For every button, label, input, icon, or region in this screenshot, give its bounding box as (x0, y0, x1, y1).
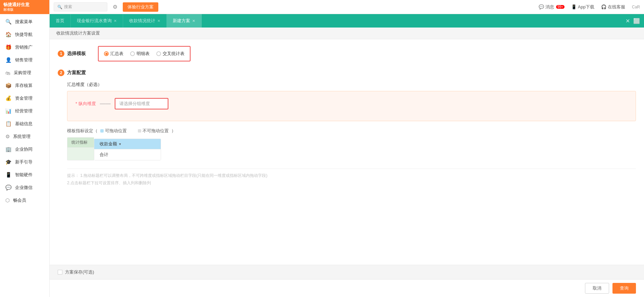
sidebar-label-marketing: 营销推广 (15, 44, 33, 50)
sidebar-label-system: 系统管理 (13, 134, 31, 140)
metrics-table-wrapper: 统计指标 收款金额 ▾ 合计 (67, 137, 636, 160)
close-window-icon[interactable]: ✕ (626, 18, 630, 24)
movable-legend: 可拖动位置 (100, 128, 127, 134)
sidebar-label-inventory: 库存核算 (15, 83, 33, 89)
download-label: App下载 (578, 4, 594, 10)
metrics-section: 模板指标设定（ 可拖动位置 不可拖动位置 ） (67, 128, 636, 160)
radio-summary[interactable]: 汇总表 (104, 51, 123, 57)
download-item[interactable]: 📱 App下载 (571, 4, 594, 10)
settings-icon[interactable]: ⚙ (113, 4, 117, 10)
sidebar-item-fund[interactable]: 💰资金管理 (0, 92, 49, 105)
radio-detail[interactable]: 明细表 (130, 51, 150, 57)
support-item[interactable]: 🎧 在线客服 (601, 4, 625, 10)
user-info[interactable]: CaR (632, 5, 640, 9)
metrics-title-sep (131, 128, 135, 134)
radio-cross-label: 交叉统计表 (163, 51, 184, 57)
query-button[interactable]: 查询 (612, 283, 636, 294)
tabbar: 首页 现金银行流水查询 ✕ 收款情况统计 ✕ 新建方案 ✕ ✕ ⬜ (50, 14, 644, 28)
tab-collection-label: 收款情况统计 (129, 18, 155, 24)
radio-cross[interactable]: 交叉统计表 (156, 51, 184, 57)
sidebar-icon-operations: 📊 (5, 108, 12, 114)
dimension-section-title: 汇总维度（必选） (67, 82, 636, 88)
sidebar-label-wechat: 企业微信 (15, 185, 33, 191)
movable-label: 可拖动位置 (105, 128, 127, 134)
sidebar-icon-fund: 💰 (5, 95, 12, 101)
tab-actions: ✕ ⬜ (622, 14, 644, 28)
tab-collection[interactable]: 收款情况统计 ✕ (123, 14, 167, 28)
support-icon: 🎧 (601, 4, 606, 9)
sidebar-item-member[interactable]: ⬡畅会员 (0, 194, 49, 207)
content-area: 收款情况统计方案设置 1 选择模板 汇总表 明细表 (50, 28, 644, 297)
tab-new-plan[interactable]: 新建方案 ✕ (167, 14, 202, 28)
search-icon: 🔍 (57, 5, 62, 9)
sidebar: 畅捷通好生意 标准版 🔍搜索菜单🏠快捷导航🎁营销推广👤销售管理🛍采购管理📦库存核… (0, 0, 50, 297)
form-body: 1 选择模板 汇总表 明细表 交叉统计表 (50, 39, 644, 265)
sidebar-label-sales: 销售管理 (15, 57, 33, 63)
tab-bank-close[interactable]: ✕ (114, 19, 117, 23)
metrics-col-sub: 合计 (94, 149, 161, 160)
sidebar-item-basic-info[interactable]: 📋基础信息 (0, 117, 49, 130)
group-column: 统计指标 (67, 137, 94, 160)
col-header-chevron[interactable]: ▾ (119, 142, 121, 146)
dimension-selector[interactable]: 请选择分组维度 (115, 98, 168, 109)
sidebar-item-purchase[interactable]: 🛍采购管理 (0, 66, 49, 79)
step1-number: 1 (58, 50, 64, 57)
tab-collection-close[interactable]: ✕ (157, 19, 160, 23)
sidebar-icon-marketing: 🎁 (5, 44, 12, 50)
sidebar-icon-enterprise: 🏢 (5, 146, 12, 152)
tab-home[interactable]: 首页 (50, 14, 71, 28)
notification-badge: 99+ (556, 5, 565, 9)
template-selection-box: 汇总表 明细表 交叉统计表 (98, 46, 191, 61)
fixed-label: 不可拖动位置 (143, 128, 169, 134)
tab-new-plan-close[interactable]: ✕ (192, 19, 195, 23)
metrics-close-paren: ） (171, 128, 176, 134)
notification-item[interactable]: 💬 消息 99+ (539, 4, 565, 10)
tab-new-plan-label: 新建方案 (173, 18, 190, 24)
sidebar-label-hardware: 智能硬件 (15, 172, 33, 178)
sidebar-item-quick-nav[interactable]: 🏠快捷导航 (0, 28, 49, 41)
group-column-header: 统计指标 (67, 138, 94, 148)
step2-title: 方案配置 (67, 70, 86, 76)
row-label: * 纵向维度 (75, 101, 96, 107)
action-bar: 取消 查询 (50, 279, 644, 297)
sidebar-item-system[interactable]: ⚙系统管理 (0, 130, 49, 143)
tab-bank-label: 现金银行流水查询 (77, 18, 112, 24)
sidebar-icon-purchase: 🛍 (5, 70, 10, 76)
search-placeholder-text: 搜索 (64, 4, 72, 10)
sidebar-item-inventory[interactable]: 📦库存核算 (0, 79, 49, 92)
sidebar-label-operations: 经营管理 (15, 108, 33, 114)
topbar: 🔍 搜索 ⚙ 体验行业方案 💬 消息 99+ 📱 App下载 🎧 在线客服 Ca… (50, 0, 644, 14)
sidebar-item-sales[interactable]: 👤销售管理 (0, 54, 49, 66)
sidebar-item-guide[interactable]: 🎓新手引导 (0, 156, 49, 168)
sidebar-icon-system: ⚙ (5, 134, 10, 140)
sidebar-icon-member: ⬡ (5, 197, 10, 203)
radio-summary-circle (104, 51, 109, 56)
main-area: 🔍 搜索 ⚙ 体验行业方案 💬 消息 99+ 📱 App下载 🎧 在线客服 Ca… (50, 0, 644, 297)
sidebar-item-search-menu[interactable]: 🔍搜索菜单 (0, 15, 49, 28)
sidebar-label-enterprise: 企业协同 (15, 146, 33, 152)
sidebar-icon-guide: 🎓 (5, 159, 12, 165)
cancel-button[interactable]: 取消 (585, 283, 609, 294)
sidebar-item-marketing[interactable]: 🎁营销推广 (0, 41, 49, 54)
step2-number: 2 (58, 69, 64, 76)
sidebar-icon-sales: 👤 (5, 57, 12, 63)
sidebar-icon-wechat: 💬 (5, 185, 12, 191)
radio-detail-circle (130, 51, 135, 56)
sidebar-label-member: 畅会员 (13, 197, 26, 203)
sidebar-label-guide: 新手引导 (15, 159, 33, 165)
trial-button[interactable]: 体验行业方案 (123, 2, 158, 12)
metrics-title: 模板指标设定（ (67, 128, 98, 134)
sidebar-item-operations[interactable]: 📊经营管理 (0, 105, 49, 117)
sidebar-item-wechat[interactable]: 💬企业微信 (0, 181, 49, 194)
sidebar-item-enterprise[interactable]: 🏢企业协同 (0, 143, 49, 156)
maximize-icon[interactable]: ⬜ (633, 18, 640, 24)
step1-title: 选择模板 (67, 51, 86, 57)
step2-section: 2 方案配置 汇总维度（必选） * 纵向维度 —— 请选择分组维度 (58, 69, 636, 186)
fixed-legend: 不可拖动位置 (138, 128, 169, 134)
save-checkbox[interactable] (58, 270, 62, 275)
tab-bank[interactable]: 现金银行流水查询 ✕ (71, 14, 123, 28)
sidebar-item-hardware[interactable]: 📱智能硬件 (0, 168, 49, 181)
fixed-dot (138, 129, 141, 133)
topbar-search-box[interactable]: 🔍 搜索 (54, 2, 107, 11)
support-label: 在线客服 (608, 4, 625, 10)
